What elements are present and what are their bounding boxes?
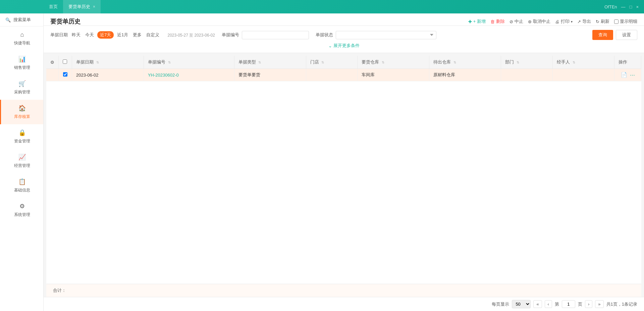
sidebar-item-label: 基础信息 (14, 187, 30, 193)
main-layout: 🔍 搜索菜单 ⌂ 快捷导航 📊 销售管理 🛒 采购管理 🏠 库存核算 🔒 资金管… (0, 13, 644, 311)
tab-home[interactable]: 首页 (44, 0, 63, 13)
row-doc-type: 要货单要货 (234, 69, 306, 81)
cancel-stop-icon: ⊛ (528, 19, 532, 24)
row-action-cell: 📄 ⋯ (614, 69, 641, 81)
export-button[interactable]: ↗ 导出 (577, 18, 591, 25)
row-pending-warehouse: 原材料仓库 (429, 69, 501, 81)
export-icon: ↗ (577, 19, 581, 24)
inventory-icon: 🏠 (18, 104, 26, 112)
col-handler: 经手人 ⇅ (553, 56, 614, 69)
expand-icon: ⌄ (328, 43, 332, 48)
settings-button[interactable]: 设置 (616, 30, 637, 40)
status-label: 单据状态 (316, 32, 333, 38)
sidebar-item-operation[interactable]: 📈 经营管理 (0, 149, 43, 173)
page-label: 第 (555, 301, 559, 307)
edit-action-icon[interactable]: ⋯ (630, 72, 635, 78)
data-table: ⚙ 单据日期 ⇅ 单据编号 ⇅ 单据类型 (46, 56, 641, 81)
row-checkbox[interactable] (63, 72, 67, 77)
print-icon: 🖨 (555, 19, 559, 24)
sort-icon: ⇅ (321, 60, 324, 64)
date-shortcut-custom[interactable]: 自定义 (145, 31, 161, 39)
expand-more-button[interactable]: ⌄ 展开更多条件 (50, 43, 637, 49)
first-page-button[interactable]: « (533, 300, 542, 308)
search-icon: 🔍 (5, 17, 11, 23)
cancel-stop-button[interactable]: ⊛ 取消中止 (528, 18, 550, 25)
col-settings[interactable]: ⚙ (46, 56, 59, 69)
view-action-icon[interactable]: 📄 (621, 72, 627, 78)
sidebar-item-label: 资金管理 (14, 138, 30, 144)
sidebar-item-label: 销售管理 (14, 65, 30, 71)
maximize-icon[interactable]: □ (630, 4, 632, 9)
doc-no-label: 单据编号 (222, 32, 239, 38)
page-input[interactable] (562, 300, 575, 308)
delete-button[interactable]: 🗑 删除 (490, 18, 505, 25)
content-area: 要货单历史 ✚ + 新增 🗑 删除 ⊘ 中止 ⊛ 取消中止 (44, 13, 644, 311)
page-header: 要货单历史 ✚ + 新增 🗑 删除 ⊘ 中止 ⊛ 取消中止 (44, 13, 644, 26)
date-shortcut-7days[interactable]: 近7天 (97, 31, 114, 39)
date-shortcut-more[interactable]: 更多 (131, 31, 143, 39)
sidebar: 🔍 搜索菜单 ⌂ 快捷导航 📊 销售管理 🛒 采购管理 🏠 库存核算 🔒 资金管… (0, 13, 44, 311)
sort-icon: ⇅ (517, 60, 519, 64)
last-page-button[interactable]: » (595, 300, 603, 308)
row-doc-no: YH-20230602-0 (144, 69, 234, 81)
operation-icon: 📈 (18, 153, 26, 161)
date-shortcuts: 昨天 今天 近7天 近1月 更多 自定义 (70, 31, 161, 39)
date-shortcut-today[interactable]: 今天 (84, 31, 95, 39)
top-bar: 首页 要货单历史 × OfTEn — □ × (0, 0, 644, 13)
row-checkbox-cell (59, 69, 72, 81)
sidebar-item-inventory[interactable]: 🏠 库存核算 (0, 100, 43, 124)
display-detail-input[interactable] (614, 19, 619, 24)
query-button[interactable]: 查询 (592, 30, 613, 40)
purchase-icon: 🛒 (18, 80, 26, 87)
page-suffix: 页 (578, 301, 582, 307)
date-shortcut-yesterday[interactable]: 昨天 (70, 31, 82, 39)
new-icon: ✚ (468, 19, 472, 24)
table-row: 2023-06-02 YH-20230602-0 要货单要货 车间库 原材料仓库 (46, 69, 641, 81)
search-menu[interactable]: 🔍 搜索菜单 (0, 13, 43, 27)
row-date: 2023-06-02 (72, 69, 144, 81)
pagination-bar: 每页显示 50 20 100 « ‹ 第 页 › » 共1页，1条记录 (44, 297, 644, 311)
doc-no-input[interactable] (242, 31, 309, 39)
finance-icon: 🔒 (18, 129, 26, 136)
sidebar-item-label: 系统管理 (14, 212, 30, 218)
col-date: 单据日期 ⇅ (72, 56, 144, 69)
row-handler (553, 69, 614, 81)
page-title: 要货单历史 (50, 17, 80, 26)
new-button[interactable]: ✚ + 新增 (468, 18, 486, 25)
summary-label: 合计： (53, 288, 66, 293)
date-filter-label: 单据日期 (50, 32, 68, 38)
sidebar-item-finance[interactable]: 🔒 资金管理 (0, 124, 43, 149)
tab-active[interactable]: 要货单历史 × (63, 0, 101, 13)
footer-summary: 合计： (46, 284, 641, 297)
per-page-select[interactable]: 50 20 100 (512, 300, 531, 308)
close-window-icon[interactable]: × (636, 4, 639, 9)
display-detail-checkbox[interactable]: 显示明细 (614, 18, 637, 25)
sidebar-item-quick-nav[interactable]: ⌂ 快捷导航 (0, 27, 43, 51)
sidebar-item-label: 库存核算 (14, 114, 30, 120)
print-button[interactable]: 🖨 打印 ▾ (555, 18, 573, 25)
sort-icon: ⇅ (382, 60, 384, 64)
sort-icon: ⇅ (168, 60, 171, 64)
stop-icon: ⊘ (509, 19, 513, 24)
col-action: 操作 (614, 56, 641, 69)
close-tab-icon[interactable]: × (93, 4, 95, 9)
filter-buttons: 查询 设置 (592, 30, 637, 40)
col-pending-warehouse: 待出仓库 ⇅ (429, 56, 501, 69)
sidebar-item-basic[interactable]: 📋 基础信息 (0, 173, 43, 198)
prev-page-button[interactable]: ‹ (545, 300, 552, 308)
sidebar-item-sales[interactable]: 📊 销售管理 (0, 51, 43, 75)
sidebar-item-purchase[interactable]: 🛒 采购管理 (0, 75, 43, 100)
stop-button[interactable]: ⊘ 中止 (509, 18, 523, 25)
row-settings (46, 69, 59, 81)
row-doc-no-link[interactable]: YH-20230602-0 (148, 73, 179, 78)
select-all-checkbox[interactable] (63, 59, 67, 64)
sidebar-item-system[interactable]: ⚙ 系统管理 (0, 198, 43, 222)
date-shortcut-1month[interactable]: 近1月 (116, 31, 129, 39)
minimize-icon[interactable]: — (621, 4, 626, 9)
refresh-button[interactable]: ↻ 刷新 (596, 18, 609, 25)
next-page-button[interactable]: › (585, 300, 592, 308)
sort-icon: ⇅ (96, 60, 99, 64)
col-checkbox (59, 56, 72, 69)
sidebar-item-label: 快捷导航 (14, 40, 30, 46)
status-select[interactable] (336, 31, 436, 39)
